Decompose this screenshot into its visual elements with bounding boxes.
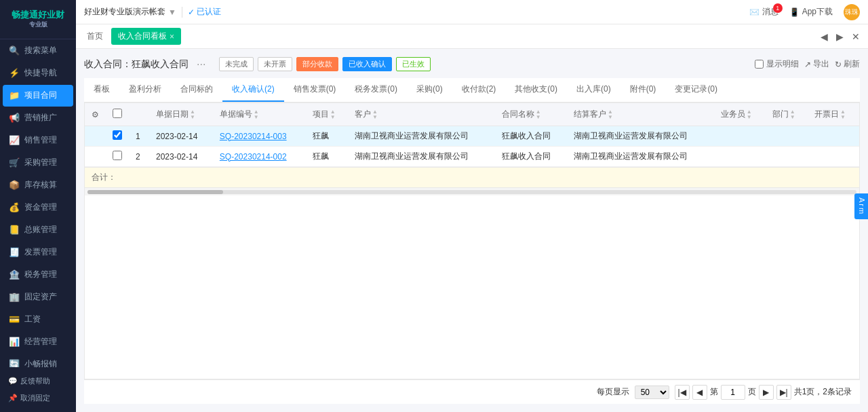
tab-税务发票[interactable]: 税务发票(0) [345,78,407,102]
row-checkbox[interactable] [113,130,122,140]
next-page-button[interactable]: ▶ [759,385,774,400]
tab-收入确认[interactable]: 收入确认(2) [222,78,284,102]
contract-more-button[interactable]: ··· [197,58,205,71]
company-selector[interactable]: 好业财专业版演示帐套 ▼ [84,6,176,18]
contract-sort[interactable]: 合同名称 ▲▼ [502,109,560,120]
sidebar-item-label: 资金管理 [24,202,57,213]
number-cell[interactable]: SQ-20230214-002 [213,147,306,167]
salesperson-sort[interactable]: 业务员 ▲▼ [721,109,759,120]
sidebar-item-快捷导航[interactable]: ⚡快捷导航 [3,62,73,84]
table-row[interactable]: 1 2023-02-14 SQ-20230214-003 狂飙 湖南卫视商业运营… [85,126,859,147]
prev-tab-button[interactable]: ◀ [818,30,831,43]
tab-合同标的[interactable]: 合同标的 [171,78,222,102]
export-icon: ↗ [804,60,811,69]
contract-name-column-header: 合同名称 ▲▼ [495,103,567,126]
row-checkbox[interactable] [113,151,122,160]
result-customer-sort[interactable]: 结算客户 ▲▼ [574,109,707,120]
first-page-button[interactable]: |◀ [675,385,690,400]
sidebar-item-库存核算[interactable]: 📦库存核算 [3,174,73,196]
settings-column-header: ⚙ [85,103,106,126]
status-btn-未开票[interactable]: 未开票 [258,57,292,71]
sidebar-item-label: 固定资产 [24,291,57,303]
number-sort[interactable]: 单据编号 ▲▼ [220,109,299,120]
user-menu[interactable]: 珠珠 [844,4,860,20]
sidebar-item-label: 总账管理 [24,224,57,236]
tab-变更记录[interactable]: 变更记录(0) [665,78,727,102]
sidebar-item-label: 项目合同 [24,90,57,101]
select-all-checkbox[interactable] [113,109,122,118]
last-page-button[interactable]: ▶| [776,385,791,400]
pagination-nav: |◀ ◀ 第 页 ▶ ▶| 共1页，2条记录 [675,385,852,400]
close-all-tabs-button[interactable]: ✕ [849,30,863,43]
number-column-header: 单据编号 ▲▼ [213,103,306,126]
close-tab-button[interactable]: × [170,32,174,41]
sidebar-item-固定资产[interactable]: 🏢固定资产 [3,286,73,308]
sidebar-item-采购管理[interactable]: 🛒采购管理 [3,152,73,174]
page-number-input[interactable] [721,385,745,400]
active-tab[interactable]: 收入合同看板 × [111,28,181,45]
project-sort[interactable]: 项目 ▲▼ [313,109,341,120]
scrollbar-thumb[interactable] [87,190,223,194]
export-button[interactable]: ↗ 导出 [804,58,829,70]
detail-checkbox-input[interactable] [755,60,764,69]
table-row[interactable]: 2 2023-02-14 SQ-20230214-002 狂飙 湖南卫视商业运营… [85,147,859,167]
right-float-button[interactable]: Arm [854,193,868,219]
sidebar-logo: 畅捷通好业财 专业版 [0,5,76,33]
sidebar-icon: 🧾 [8,246,20,259]
sidebar-icon: 📊 [8,336,20,348]
status-btn-未完成[interactable]: 未完成 [219,57,254,71]
checkbox-cell[interactable] [106,147,129,167]
app-download-button[interactable]: 📱 App下载 [789,6,833,18]
tab-其他收支[interactable]: 其他收支(0) [505,78,567,102]
sidebar-item-项目合同[interactable]: 📁项目合同 [3,85,73,107]
data-table-container[interactable]: ⚙ 单据日期 ▲▼ [84,102,860,379]
sidebar-item-营销推广[interactable]: 📢营销推广 [3,107,73,129]
sidebar-item-小畅报销[interactable]: 🔄小畅报销 [3,354,73,367]
message-button[interactable]: ✉️ 消息 1 [749,6,778,18]
date-sort[interactable]: 单据日期 ▲▼ [156,109,206,120]
refresh-button[interactable]: ↻ 刷新 [835,58,860,70]
invoice-date-cell [808,147,859,167]
tab-采购[interactable]: 采购(0) [407,78,452,102]
next-tab-button[interactable]: ▶ [833,30,846,43]
sidebar-item-发票管理[interactable]: 🧾发票管理 [3,242,73,263]
project-column-header: 项目 ▲▼ [306,103,348,126]
sidebar-icon: 📈 [8,134,20,147]
checkbox-cell[interactable] [106,126,129,147]
sidebar-item-经营管理[interactable]: 📊经营管理 [3,331,73,353]
tabbar: 首页 收入合同看板 × ◀ ▶ ✕ [76,24,868,49]
salesperson-cell [714,126,766,147]
sidebar-bottom-取消固定[interactable]: 📌取消固定 [5,390,71,407]
invoice-date-sort[interactable]: 开票日 ▲▼ [814,109,852,120]
sidebar-item-总账管理[interactable]: 📒总账管理 [3,219,73,241]
sidebar-icon: 💰 [8,202,20,214]
status-btn-已收入确认[interactable]: 已收入确认 [342,57,392,71]
tab-收付款[interactable]: 收付款(2) [452,78,506,102]
status-btn-已生效[interactable]: 已生效 [396,57,431,71]
tab-附件[interactable]: 附件(0) [620,78,666,102]
dropdown-icon: ▼ [168,7,176,17]
number-cell[interactable]: SQ-20230214-003 [213,126,306,147]
tab-盈利分析[interactable]: 盈利分析 [119,78,171,102]
home-tab[interactable]: 首页 [81,28,108,45]
horizontal-scrollbar[interactable] [85,187,859,195]
sidebar-item-label: 库存核算 [24,179,57,191]
sidebar-item-税务管理[interactable]: 🏦税务管理 [3,264,73,286]
status-btn-部分收款[interactable]: 部分收款 [296,57,338,71]
prev-page-button[interactable]: ◀ [692,385,707,400]
sidebar-icon: 🔍 [8,45,20,57]
department-sort[interactable]: 部门 ▲▼ [772,109,801,120]
tab-销售发票[interactable]: 销售发票(0) [284,78,346,102]
show-detail-checkbox[interactable]: 显示明细 [755,58,799,70]
sidebar-bottom-反馈帮助[interactable]: 💬反馈帮助 [5,373,71,390]
customer-sort[interactable]: 客户 ▲▼ [355,109,488,120]
tab-看板[interactable]: 看板 [84,78,119,102]
index-column-header [129,103,149,126]
sidebar-item-销售管理[interactable]: 📈销售管理 [3,130,73,151]
sidebar-item-资金管理[interactable]: 💰资金管理 [3,197,73,219]
tab-出入库[interactable]: 出入库(0) [567,78,620,102]
settings-icon[interactable]: ⚙ [92,110,99,119]
per-page-select[interactable]: 2050100 [635,386,669,399]
sidebar-item-工资[interactable]: 💳工资 [3,309,73,331]
sidebar-item-搜索菜单[interactable]: 🔍搜索菜单 [3,40,73,62]
